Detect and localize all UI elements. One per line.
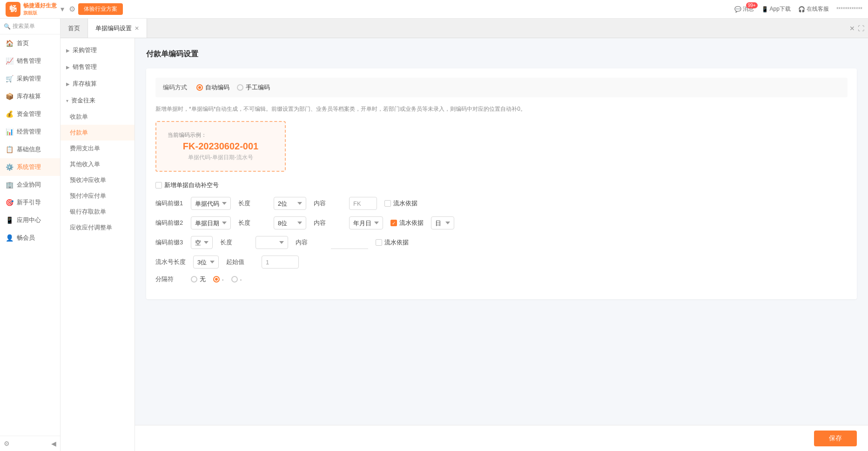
- sep-dash-radio[interactable]: ·: [213, 276, 224, 283]
- sep-other-circle: [231, 276, 238, 283]
- sidebar-item-home[interactable]: 🏠 首页: [0, 34, 60, 52]
- bottom-bar: 保存: [135, 425, 868, 451]
- purchase-icon: 🛒: [6, 75, 13, 82]
- main-layout: 🔍 搜索菜单 🏠 首页 📈 销售管理 🛒 采购管理 📦 库存核算 💰: [0, 19, 868, 451]
- content2-label: 内容: [314, 219, 342, 227]
- submenu-receipt[interactable]: 收款单: [61, 109, 135, 125]
- message-badge[interactable]: 💬 消息 99+: [734, 5, 754, 13]
- serial-length-select[interactable]: 3位: [193, 256, 219, 269]
- sep-other-radio[interactable]: ·: [231, 276, 242, 283]
- tab-serial-setting[interactable]: 单据编码设置 ✕: [87, 19, 147, 38]
- serial2-checkbox[interactable]: ✓ 流水依据: [390, 219, 424, 227]
- basic-icon: 📋: [6, 146, 13, 153]
- sidebar-item-enterprise[interactable]: 🏢 企业协同: [0, 176, 60, 194]
- settings-icon[interactable]: ⚙: [69, 5, 75, 13]
- radio-manual-circle: [237, 84, 243, 91]
- sidebar-item-system[interactable]: ⚙️ 系统管理: [0, 158, 60, 176]
- submenu-other-income[interactable]: 其他收入单: [61, 156, 135, 172]
- content3-input: [331, 236, 368, 249]
- inner-sidebar: ▶ 采购管理 ▶ 销售管理 ▶ 库存核算: [61, 38, 135, 451]
- sep-other-label: ·: [240, 276, 242, 283]
- sales-icon: 📈: [6, 57, 13, 65]
- settings-bottom-icon[interactable]: ⚙: [4, 440, 10, 447]
- trial-btn[interactable]: 体验行业方案: [78, 3, 123, 15]
- user-info[interactable]: ************: [836, 6, 862, 13]
- content1-label: 内容: [314, 199, 342, 208]
- menu-group-finance-header[interactable]: ▾ 资金往来: [61, 92, 135, 109]
- radio-auto-circle: [196, 84, 203, 91]
- length1-label: 长度: [238, 199, 266, 208]
- appcenter-icon: 📱: [6, 216, 13, 224]
- submenu-payment[interactable]: 付款单: [61, 125, 135, 141]
- submenu-receivable-adjust[interactable]: 应收应付调整单: [61, 220, 135, 236]
- content2-select[interactable]: 年月日: [349, 216, 383, 229]
- top-header: 畅 畅捷通好生意 旗舰版 ▾ ⚙ 体验行业方案 💬 消息 99+ 📱 App下载…: [0, 0, 868, 19]
- header-left: 畅 畅捷通好生意 旗舰版 ▾ ⚙ 体验行业方案: [6, 2, 730, 17]
- header-controls: ▾ ⚙ 体验行业方案: [61, 3, 123, 15]
- tab-expand-btn[interactable]: ⛶: [858, 25, 864, 32]
- sidebar-item-appcenter[interactable]: 📱 应用中心: [0, 211, 60, 229]
- sidebar-item-purchase[interactable]: 🛒 采购管理: [0, 70, 60, 88]
- serial3-checkbox[interactable]: 流水依据: [376, 238, 409, 247]
- prefix2-select[interactable]: 单据日期: [191, 216, 231, 229]
- sidebar-item-sales[interactable]: 📈 销售管理: [0, 52, 60, 70]
- form-row-separator: 分隔符 无 ·: [155, 275, 848, 283]
- tab-close-btn[interactable]: ✕: [849, 25, 855, 32]
- form-row-prefix1: 编码前缀1 单据代码 长度 2位 内容: [155, 197, 848, 210]
- sidebar-item-finance[interactable]: 💰 资金管理: [0, 105, 60, 123]
- save-button[interactable]: 保存: [814, 431, 857, 446]
- app-download[interactable]: 📱 App下载: [761, 5, 791, 13]
- submenu-pre-payable[interactable]: 预付冲应付单: [61, 188, 135, 204]
- form-row-prefix2: 编码前缀2 单据日期 长度 8位 内容 年月日: [155, 216, 848, 229]
- online-service[interactable]: 🎧 在线客服: [798, 5, 829, 13]
- content1-input[interactable]: [349, 197, 377, 210]
- system-icon: ⚙️: [6, 163, 13, 171]
- sidebar-item-guide[interactable]: 🎯 新手引导: [0, 194, 60, 211]
- prefix3-select[interactable]: 空: [191, 236, 213, 249]
- info-text: 新增单据时，*单据编码*自动生成，不可编辑。前缀设置为部门、业务员等档案类，开单…: [155, 105, 848, 114]
- sidebar-item-operation[interactable]: 📊 经营管理: [0, 123, 60, 141]
- serial2-unit-select[interactable]: 日: [431, 216, 454, 229]
- submenu-pre-receivable[interactable]: 预收冲应收单: [61, 172, 135, 188]
- serial1-checkbox-box: [384, 200, 391, 207]
- submenu-bank-deposit[interactable]: 银行存取款单: [61, 204, 135, 220]
- sidebar-item-member[interactable]: 👤 畅会员: [0, 229, 60, 247]
- submenu-expense[interactable]: 费用支出单: [61, 141, 135, 156]
- prefix1-select[interactable]: 单据代码: [191, 197, 231, 210]
- length3-select[interactable]: [256, 236, 288, 249]
- auto-fill-row: 新增单据自动补空号: [155, 181, 848, 189]
- tab-close-icon[interactable]: ✕: [135, 25, 139, 32]
- finance-submenu: 收款单 付款单 费用支出单 其他收入单 预收冲应收单 预付冲应付单 银行存取款单…: [61, 109, 135, 236]
- tab-home[interactable]: 首页: [61, 19, 87, 38]
- form-row-serial: 流水号长度 3位 起始值: [155, 256, 848, 269]
- search-menu[interactable]: 🔍 搜索菜单: [0, 19, 60, 34]
- operation-icon: 📊: [6, 128, 13, 135]
- radio-group-encoding: 自动编码 手工编码: [196, 83, 270, 92]
- sidebar-item-inventory[interactable]: 📦 库存核算: [0, 88, 60, 105]
- app-logo: 畅 畅捷通好生意 旗舰版: [6, 2, 57, 17]
- menu-group-purchase-header[interactable]: ▶ 采购管理: [61, 42, 135, 59]
- sep-none-radio[interactable]: 无: [191, 275, 206, 283]
- member-icon: 👤: [6, 234, 13, 242]
- serial1-checkbox[interactable]: 流水依据: [384, 199, 417, 208]
- form-row-prefix3: 编码前缀3 空 长度 内容: [155, 236, 848, 249]
- sidebar-item-basic[interactable]: 📋 基础信息: [0, 141, 60, 158]
- auto-fill-checkbox[interactable]: 新增单据自动补空号: [155, 181, 848, 189]
- encoding-method-label: 编码方式: [163, 83, 187, 92]
- menu-group-inventory-header[interactable]: ▶ 库存核算: [61, 75, 135, 92]
- guide-icon: 🎯: [6, 199, 13, 206]
- chevron-right-icon2: ▶: [66, 65, 70, 70]
- start-value-label: 起始值: [226, 258, 254, 266]
- length1-select[interactable]: 2位: [274, 197, 306, 210]
- encoding-method-row: 编码方式 自动编码 手工编码: [155, 78, 848, 97]
- chevron-down-icon[interactable]: ▾: [61, 5, 64, 13]
- sep-dash-circle: [213, 276, 220, 283]
- start-value-input[interactable]: [262, 256, 299, 269]
- tab-bar-actions: ✕ ⛶: [849, 25, 868, 32]
- menu-group-sales-header[interactable]: ▶ 销售管理: [61, 59, 135, 75]
- length2-select[interactable]: 8位: [274, 216, 306, 229]
- sidebar-bottom: ⚙ ◀: [0, 436, 60, 451]
- radio-manual-code[interactable]: 手工编码: [237, 83, 270, 92]
- collapse-icon[interactable]: ◀: [51, 440, 56, 447]
- radio-auto-code[interactable]: 自动编码: [196, 83, 229, 92]
